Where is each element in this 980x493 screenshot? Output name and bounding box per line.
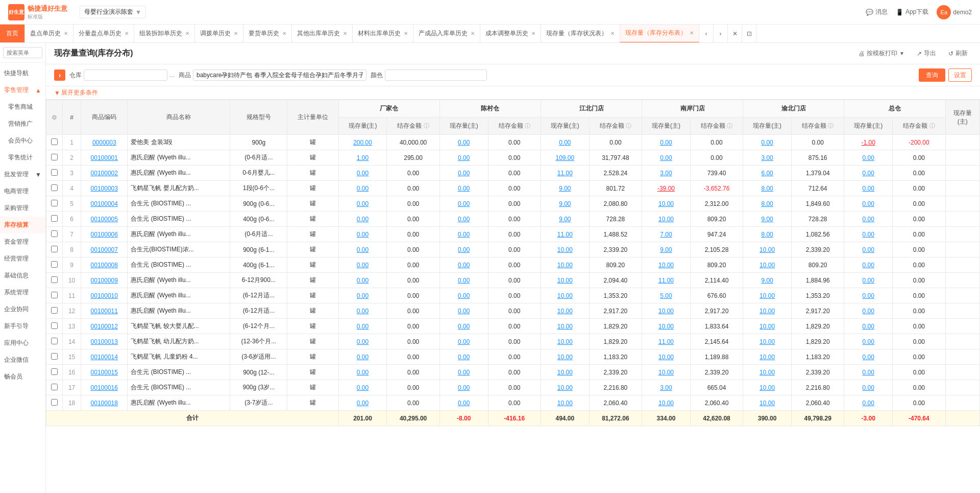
- checkbox-13[interactable]: [51, 338, 58, 344]
- row-checkbox[interactable]: [46, 150, 63, 166]
- sidebar-item-yingxiao[interactable]: 营销推广: [0, 115, 45, 132]
- row-checkbox[interactable]: [46, 166, 63, 181]
- filter-toggle-btn[interactable]: ›: [54, 69, 65, 81]
- jb-stock-0[interactable]: 0.00: [541, 135, 589, 150]
- tab-xiancun-kuangkuang[interactable]: 现存量（库存状况表） ✕: [541, 25, 620, 43]
- checkbox-3[interactable]: [51, 184, 58, 191]
- chen-stock-8[interactable]: 0.00: [439, 257, 488, 273]
- sidebar-item-qiyeweixin[interactable]: 企业微信: [0, 351, 45, 368]
- row-checkbox[interactable]: [46, 288, 63, 303]
- tab-close-pandian[interactable]: ✕: [64, 31, 68, 36]
- tab-diaobo[interactable]: 调拨单历史 ✕: [195, 25, 243, 43]
- sidebar-item-lingshouguli[interactable]: 零售管理 ▲: [0, 82, 45, 99]
- product-code-14[interactable]: 00100014: [81, 349, 128, 365]
- tab-fenliang[interactable]: 分量盘点单历史 ✕: [74, 25, 134, 43]
- tab-close-fenliang[interactable]: ✕: [125, 31, 129, 36]
- checkbox-0[interactable]: [51, 138, 58, 145]
- tot-stock-14[interactable]: 0.00: [844, 349, 893, 365]
- sidebar-item-zijinguli[interactable]: 资金管理: [0, 233, 45, 250]
- na-stock-10[interactable]: 5.00: [642, 288, 691, 303]
- row-checkbox[interactable]: [46, 303, 63, 319]
- row-checkbox[interactable]: [46, 334, 63, 349]
- chen-stock-2[interactable]: 0.00: [439, 166, 488, 181]
- fac-stock-17[interactable]: 0.00: [338, 395, 387, 411]
- na-stock-0[interactable]: 0.00: [642, 135, 691, 150]
- sidebar-item-lingshoutongji[interactable]: 零售统计: [0, 149, 45, 166]
- jb-stock-14[interactable]: 10.00: [541, 349, 589, 365]
- product-code-3[interactable]: 00100003: [81, 181, 128, 196]
- tot-stock-1[interactable]: 0.00: [844, 150, 893, 166]
- na-stock-17[interactable]: 10.00: [642, 395, 691, 411]
- fac-stock-14[interactable]: 0.00: [338, 349, 387, 365]
- yb-stock-13[interactable]: 10.00: [743, 334, 792, 349]
- tot-stock-10[interactable]: 0.00: [844, 288, 893, 303]
- sidebar-item-jingyingguli[interactable]: 经营管理: [0, 250, 45, 267]
- sidebar-item-yingyongzhongxin[interactable]: 应用中心: [0, 335, 45, 351]
- fac-stock-4[interactable]: 0.00: [338, 196, 387, 212]
- checkbox-6[interactable]: [51, 230, 58, 237]
- sidebar-item-dianshangguli[interactable]: 电商管理: [0, 183, 45, 200]
- yb-stock-8[interactable]: 10.00: [743, 257, 792, 273]
- row-checkbox[interactable]: [46, 349, 63, 365]
- chen-stock-5[interactable]: 0.00: [439, 212, 488, 227]
- search-input[interactable]: [3, 47, 42, 58]
- na-stock-5[interactable]: 10.00: [642, 212, 691, 227]
- fac-stock-8[interactable]: 0.00: [338, 257, 387, 273]
- fac-stock-12[interactable]: 0.00: [338, 319, 387, 334]
- chen-stock-10[interactable]: 0.00: [439, 288, 488, 303]
- yb-stock-12[interactable]: 10.00: [743, 319, 792, 334]
- tot-stock-6[interactable]: 0.00: [844, 227, 893, 242]
- tab-chengpin[interactable]: 产成品入库单历史 ✕: [413, 25, 480, 43]
- fac-stock-6[interactable]: 0.00: [338, 227, 387, 242]
- tot-stock-5[interactable]: 0.00: [844, 212, 893, 227]
- fac-stock-2[interactable]: 0.00: [338, 166, 387, 181]
- chen-stock-3[interactable]: 0.00: [439, 181, 488, 196]
- row-checkbox[interactable]: [46, 135, 63, 150]
- na-stock-8[interactable]: 10.00: [642, 257, 691, 273]
- tab-close-yaohuo[interactable]: ✕: [282, 31, 286, 36]
- tab-close-chengben[interactable]: ✕: [531, 31, 535, 36]
- tot-stock-17[interactable]: 0.00: [844, 395, 893, 411]
- na-stock-14[interactable]: 10.00: [642, 349, 691, 365]
- product-code-6[interactable]: 00100006: [81, 227, 128, 242]
- checkbox-8[interactable]: [51, 261, 58, 268]
- jb-stock-5[interactable]: 9.00: [541, 212, 589, 227]
- jb-stock-13[interactable]: 10.00: [541, 334, 589, 349]
- na-stock-4[interactable]: 10.00: [642, 196, 691, 212]
- tot-stock-0[interactable]: -1.00: [844, 135, 893, 150]
- yb-stock-15[interactable]: 10.00: [743, 365, 792, 380]
- fac-stock-13[interactable]: 0.00: [338, 334, 387, 349]
- row-checkbox[interactable]: [46, 227, 63, 242]
- chen-stock-11[interactable]: 0.00: [439, 303, 488, 319]
- checkbox-7[interactable]: [51, 246, 58, 252]
- jb-stock-4[interactable]: 9.00: [541, 196, 589, 212]
- yb-amt-info-icon[interactable]: ⓘ: [828, 123, 834, 129]
- settings-button[interactable]: 设置: [948, 68, 972, 82]
- jb-stock-6[interactable]: 11.00: [541, 227, 589, 242]
- print-btn[interactable]: 🖨 按模板打印 ▼: [854, 47, 909, 60]
- sidebar-item-caigouguli[interactable]: 采购管理: [0, 200, 45, 217]
- product-code-11[interactable]: 00100011: [81, 303, 128, 319]
- sidebar-item-kuaijie[interactable]: 快捷导航: [0, 65, 45, 82]
- fac-stock-11[interactable]: 0.00: [338, 303, 387, 319]
- yb-stock-9[interactable]: 9.00: [743, 273, 792, 288]
- na-stock-15[interactable]: 10.00: [642, 365, 691, 380]
- app-download-btn[interactable]: 📱 App下载: [896, 8, 928, 16]
- tab-close-qitachu[interactable]: ✕: [343, 31, 347, 36]
- product-code-4[interactable]: 00100004: [81, 196, 128, 212]
- yb-stock-5[interactable]: 9.00: [743, 212, 792, 227]
- chen-stock-0[interactable]: 0.00: [439, 135, 488, 150]
- jb-stock-7[interactable]: 10.00: [541, 242, 589, 257]
- product-code-5[interactable]: 00100005: [81, 212, 128, 227]
- jb-stock-11[interactable]: 10.00: [541, 303, 589, 319]
- warehouse-input[interactable]: [84, 69, 167, 81]
- search-button[interactable]: 查询: [919, 68, 945, 82]
- row-checkbox[interactable]: [46, 181, 63, 196]
- tab-yaohuo[interactable]: 要货单历史 ✕: [243, 25, 292, 43]
- product-input[interactable]: [193, 69, 366, 81]
- yb-stock-10[interactable]: 10.00: [743, 288, 792, 303]
- tab-home[interactable]: 首页: [0, 25, 25, 43]
- yb-stock-1[interactable]: 3.00: [743, 150, 792, 166]
- na-stock-3[interactable]: -39.00: [642, 181, 691, 196]
- row-checkbox[interactable]: [46, 319, 63, 334]
